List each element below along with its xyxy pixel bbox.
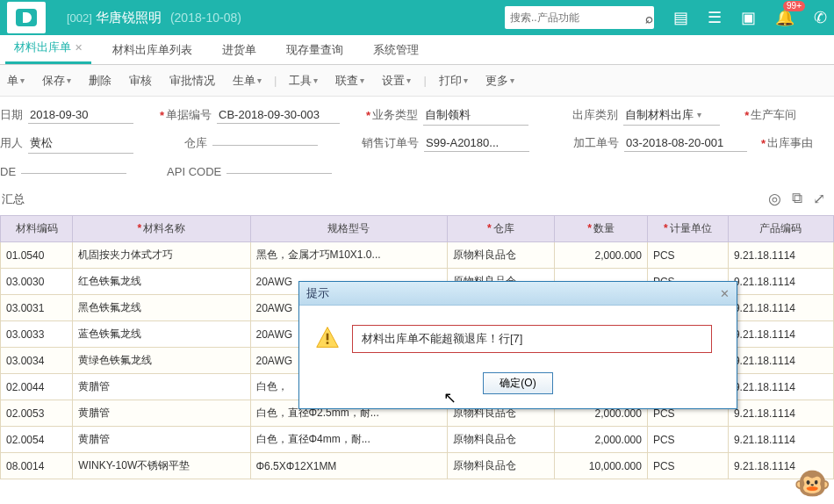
tb-audit[interactable]: 审核 bbox=[124, 69, 157, 92]
tb-print[interactable]: 打印▾ bbox=[434, 69, 473, 92]
warning-icon bbox=[315, 325, 340, 349]
cell-prod[interactable]: 9.21.18.1114 bbox=[728, 269, 833, 295]
lbl-reason: 出库事由 bbox=[767, 135, 813, 151]
cell-name[interactable]: 黄腊管 bbox=[73, 374, 250, 400]
cell-wh[interactable]: 原物料良品仓 bbox=[447, 242, 555, 269]
col-prod[interactable]: 产品编码 bbox=[728, 216, 833, 242]
cell-code[interactable]: 03.0033 bbox=[1, 321, 73, 348]
fld-workorder[interactable]: 03-2018-08-20-001 bbox=[624, 134, 747, 152]
tb-delete[interactable]: 删除 bbox=[83, 69, 117, 92]
cell-code[interactable]: 02.0044 bbox=[1, 374, 73, 400]
cell-unit[interactable]: PCS bbox=[647, 453, 728, 479]
dialog-message: 材料出库单不能超额退库！行[7] bbox=[352, 325, 712, 353]
cell-wh[interactable]: 原物料良品仓 bbox=[447, 453, 555, 479]
col-name[interactable]: *材料名称 bbox=[73, 216, 250, 242]
tab-stock-query[interactable]: 现存量查询 bbox=[277, 36, 352, 64]
col-wh[interactable]: *仓库 bbox=[447, 216, 555, 242]
cell-code[interactable]: 03.0031 bbox=[1, 295, 73, 321]
fld-user[interactable]: 黄松 bbox=[28, 133, 133, 154]
cell-prod[interactable]: 9.21.18.1114 bbox=[728, 242, 833, 269]
cell-code[interactable]: 08.0014 bbox=[1, 453, 73, 479]
dialog-close-icon[interactable]: ✕ bbox=[720, 287, 730, 300]
search-box[interactable]: ⌕ bbox=[505, 6, 654, 29]
fld-warehouse[interactable] bbox=[212, 141, 318, 146]
fld-billno[interactable]: CB-2018-09-30-003 bbox=[217, 106, 340, 124]
cell-name[interactable]: 机固按夹力体式才巧 bbox=[73, 242, 250, 269]
cell-name[interactable]: 黑色铁氟龙线 bbox=[73, 295, 250, 321]
cell-name[interactable]: WINKY-10W不锈钢平垫 bbox=[73, 453, 250, 479]
cell-prod[interactable]: 9.21.18.1114 bbox=[728, 374, 833, 400]
tab-purchase[interactable]: 进货单 bbox=[213, 36, 265, 64]
tb-settings[interactable]: 设置▾ bbox=[377, 69, 416, 92]
cell-name[interactable]: 蓝色铁氟龙线 bbox=[73, 321, 250, 348]
table-row[interactable]: 01.0540机固按夹力体式才巧黑色，金属才巧M10X1.0...原物料良品仓2… bbox=[1, 242, 834, 269]
tb-bill[interactable]: 单▾ bbox=[2, 69, 30, 92]
tb-create[interactable]: 生单▾ bbox=[227, 69, 267, 92]
col-unit[interactable]: *计量单位 bbox=[647, 216, 728, 242]
cell-name[interactable]: 黄绿色铁氟龙线 bbox=[73, 348, 250, 374]
tb-save[interactable]: 保存▾ bbox=[37, 69, 76, 92]
fld-saleorder[interactable]: S99-A20180... bbox=[424, 134, 529, 152]
cell-code[interactable]: 02.0054 bbox=[1, 427, 73, 453]
cell-name[interactable]: 黄腊管 bbox=[73, 427, 250, 453]
tab-material-out[interactable]: 材料出库单✕ bbox=[5, 33, 91, 64]
settings-sliders-icon[interactable]: ☰ bbox=[708, 8, 722, 27]
cell-spec[interactable]: Φ6.5XΦ12X1MM bbox=[250, 453, 447, 479]
col-code[interactable]: 材料编码 bbox=[1, 216, 73, 242]
cell-code[interactable]: 03.0030 bbox=[1, 269, 73, 295]
table-row[interactable]: 02.0054黄腊管白色，直径Φ4mm，耐...原物料良品仓2,000.000P… bbox=[1, 427, 834, 453]
cell-prod[interactable]: 9.21.18.1114 bbox=[728, 348, 833, 374]
expand-icon[interactable]: ⤢ bbox=[813, 190, 825, 208]
copy-icon[interactable]: ⧉ bbox=[792, 190, 802, 208]
cell-qty[interactable]: 2,000.000 bbox=[555, 427, 648, 453]
save-disk-icon[interactable]: ▤ bbox=[673, 8, 688, 27]
fld-code[interactable] bbox=[21, 169, 126, 174]
tb-tools[interactable]: 工具▾ bbox=[284, 69, 323, 92]
notification-bell-icon[interactable]: 🔔99+ bbox=[775, 8, 794, 27]
search-input[interactable] bbox=[510, 11, 642, 24]
lbl-date: 日期 bbox=[0, 107, 23, 123]
col-spec[interactable]: 规格型号 bbox=[250, 216, 447, 242]
dialog-ok-button[interactable]: 确定(O) bbox=[483, 372, 552, 394]
tab-sys-manage[interactable]: 系统管理 bbox=[364, 36, 428, 64]
fld-apicode[interactable] bbox=[226, 169, 332, 174]
tab-close-icon[interactable]: ✕ bbox=[75, 42, 83, 53]
fld-date[interactable]: 2018-09-30 bbox=[28, 106, 133, 124]
cell-name[interactable]: 红色铁氟龙线 bbox=[73, 269, 250, 295]
tb-approval[interactable]: 审批情况 bbox=[164, 69, 220, 92]
cell-code[interactable]: 03.0034 bbox=[1, 348, 73, 374]
cell-prod[interactable]: 9.21.18.1114 bbox=[728, 321, 833, 348]
form-area: 日期2018-09-30 *单据编号CB-2018-09-30-003 *业务类… bbox=[0, 97, 834, 215]
cell-prod[interactable]: 9.21.18.1114 bbox=[728, 427, 833, 453]
lbl-saleorder: 销售订单号 bbox=[362, 135, 419, 151]
tab-strip: 材料出库单✕ 材料出库单列表 进货单 现存量查询 系统管理 bbox=[0, 35, 834, 65]
cell-qty[interactable]: 10,000.000 bbox=[555, 453, 648, 479]
svg-rect-1 bbox=[327, 342, 329, 344]
cell-qty[interactable]: 2,000.000 bbox=[555, 242, 648, 269]
search-icon[interactable]: ⌕ bbox=[645, 11, 653, 25]
fld-outtype[interactable]: 自制材料出库 ▾ bbox=[623, 105, 720, 126]
fld-biztype[interactable]: 自制领料 bbox=[423, 105, 528, 126]
cell-unit[interactable]: PCS bbox=[647, 242, 728, 269]
tb-more[interactable]: 更多▾ bbox=[480, 69, 520, 92]
table-row[interactable]: 08.0014WINKY-10W不锈钢平垫Φ6.5XΦ12X1MM原物料良品仓1… bbox=[1, 453, 834, 479]
col-qty[interactable]: *数量 bbox=[555, 216, 648, 242]
tb-related[interactable]: 联查▾ bbox=[330, 69, 370, 92]
chat-icon[interactable]: ▣ bbox=[741, 8, 756, 27]
toolbar: 单▾ 保存▾ 删除 审核 审批情况 生单▾| 工具▾ 联查▾ 设置▾| 打印▾ … bbox=[0, 65, 834, 97]
cell-unit[interactable]: PCS bbox=[647, 427, 728, 453]
tab-material-out-list[interactable]: 材料出库单列表 bbox=[104, 36, 201, 64]
cell-code[interactable]: 02.0053 bbox=[1, 400, 73, 427]
lbl-workorder: 加工单号 bbox=[573, 135, 619, 151]
cell-prod[interactable]: 9.21.18.1114 bbox=[728, 295, 833, 321]
cell-spec[interactable]: 黑色，金属才巧M10X1.0... bbox=[250, 242, 447, 269]
phone-icon[interactable]: ✆ bbox=[814, 8, 827, 27]
cell-wh[interactable]: 原物料良品仓 bbox=[447, 427, 555, 453]
cell-code[interactable]: 01.0540 bbox=[1, 242, 73, 269]
svg-rect-0 bbox=[327, 334, 329, 341]
locate-icon[interactable]: ◎ bbox=[768, 190, 781, 208]
cell-name[interactable]: 黄腊管 bbox=[73, 400, 250, 427]
app-logo[interactable] bbox=[7, 2, 46, 33]
cell-spec[interactable]: 白色，直径Φ4mm，耐... bbox=[250, 427, 447, 453]
cell-prod[interactable]: 9.21.18.1114 bbox=[728, 400, 833, 427]
